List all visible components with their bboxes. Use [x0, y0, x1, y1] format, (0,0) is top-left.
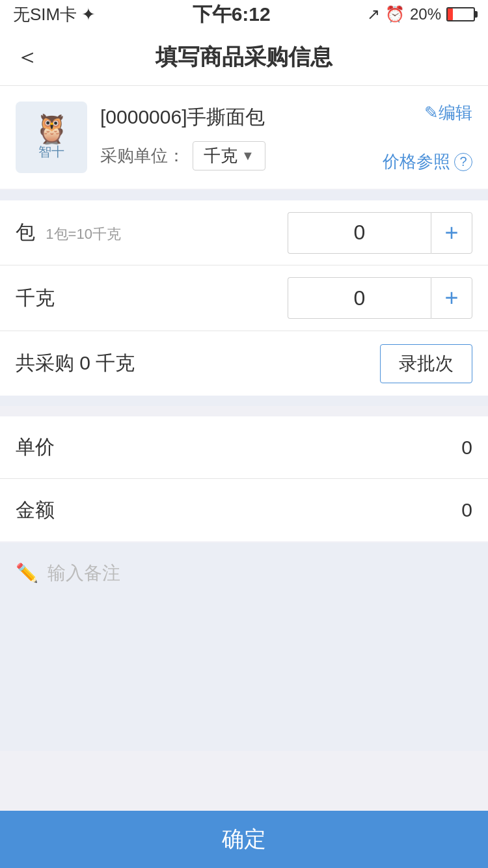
pencil-icon: ✏️ [16, 562, 38, 584]
battery-icon [446, 7, 475, 21]
status-right: ↗ ⏰ 20% [367, 5, 475, 23]
remark-input[interactable]: 输入备注 [47, 561, 120, 586]
unit-select[interactable]: 千克 ▼ [193, 141, 265, 170]
bottom-spacer [0, 751, 488, 808]
summary-section: 共采购 0 千克 录批次 [0, 331, 488, 396]
summary-label: 共采购 [16, 352, 79, 373]
input-row-bao: 包 1包=10千克 0 + [0, 200, 488, 265]
price-section: 单价 0 金额 0 [0, 416, 488, 541]
bao-plus-button[interactable]: + [431, 212, 472, 254]
unit-value: 千克 [204, 144, 237, 167]
page-title: 填写商品采购信息 [156, 42, 332, 72]
bao-input-wrapper: 0 + [288, 212, 472, 254]
amount-value: 0 [461, 499, 472, 521]
bao-label: 包 1包=10千克 [16, 219, 288, 246]
price-reference-button[interactable]: 价格参照 ? [383, 150, 472, 173]
unit-arrow-icon: ▼ [241, 148, 254, 163]
status-bar: 无SIM卡 ✦ 下午6:12 ↗ ⏰ 20% [0, 0, 488, 29]
unit-label: 采购单位： [100, 144, 185, 167]
status-left: 无SIM卡 ✦ [13, 3, 96, 26]
batch-button[interactable]: 录批次 [380, 344, 472, 383]
bao-input[interactable]: 0 [288, 212, 431, 254]
price-ref-label: 价格参照 [383, 150, 450, 173]
product-logo-text: 智十 [34, 143, 70, 161]
product-name: [0000006]手撕面包 [100, 104, 472, 131]
remark-section[interactable]: ✏️ 输入备注 [0, 543, 488, 751]
sim-label: 无SIM卡 ✦ [13, 3, 96, 26]
location-icon: ↗ [367, 5, 380, 23]
unit-price-value: 0 [461, 437, 472, 459]
section-divider-2 [0, 396, 488, 406]
section-divider-1 [0, 190, 488, 200]
summary-value: 0 [79, 352, 96, 373]
kg-input[interactable]: 0 [288, 277, 431, 319]
kg-label: 千克 [16, 285, 288, 312]
amount-label: 金额 [16, 497, 55, 524]
nav-bar: ＜ 填写商品采购信息 [0, 29, 488, 86]
summary-unit: 千克 [96, 352, 135, 373]
price-ref-icon: ? [454, 153, 472, 171]
back-button[interactable]: ＜ [16, 41, 39, 73]
product-image: 🦉 智十 [16, 102, 87, 173]
product-logo-icon: 🦉 [34, 115, 70, 143]
status-time: 下午6:12 [193, 1, 271, 28]
input-section: 包 1包=10千克 0 + 千克 0 + [0, 200, 488, 331]
bao-sub-label: 1包=10千克 [46, 226, 121, 242]
price-row-amount: 金额 0 [0, 479, 488, 541]
battery-percent: 20% [410, 5, 441, 23]
confirm-button[interactable]: 确定 [0, 811, 488, 868]
summary-text: 共采购 0 千克 [16, 350, 135, 377]
kg-input-wrapper: 0 + [288, 277, 472, 319]
product-card: 🦉 智十 [0000006]手撕面包 采购单位： 千克 ▼ ✎编辑 价格参照 ? [0, 86, 488, 189]
alarm-icon: ⏰ [385, 5, 405, 23]
input-row-kg: 千克 0 + [0, 265, 488, 331]
edit-button[interactable]: ✎编辑 [424, 102, 472, 124]
unit-price-label: 单价 [16, 434, 55, 461]
price-row-unit: 单价 0 [0, 416, 488, 479]
kg-plus-button[interactable]: + [431, 277, 472, 319]
